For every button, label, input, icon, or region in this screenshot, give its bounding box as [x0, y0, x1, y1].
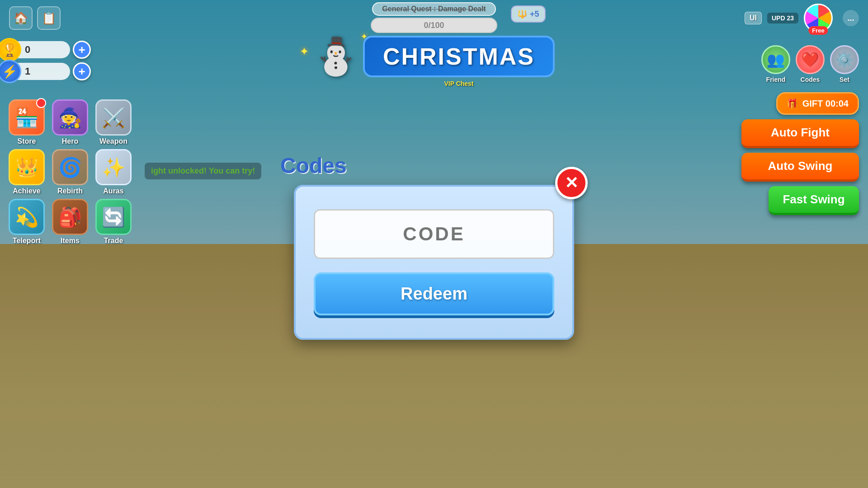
code-input[interactable] — [314, 209, 554, 259]
modal-backdrop: Codes ✕ Redeem — [0, 0, 868, 488]
codes-header: Codes — [280, 153, 347, 178]
redeem-button[interactable]: Redeem — [314, 272, 554, 315]
close-modal-button[interactable]: ✕ — [555, 167, 588, 199]
modal-box: Redeem — [294, 185, 574, 340]
close-icon: ✕ — [565, 174, 578, 192]
modal-container: Codes ✕ Redeem — [294, 185, 574, 340]
